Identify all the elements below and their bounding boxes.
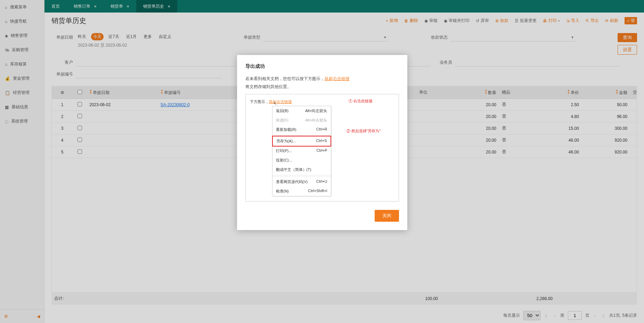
context-menu-item: 翻成中文（简体）(T) xyxy=(272,165,331,174)
context-menu-item: 投射(C)... xyxy=(272,156,331,165)
cursor-icon: ↖ xyxy=(274,101,277,106)
context-menu-item: 查看网页源代码(V)Ctrl+U xyxy=(272,177,331,187)
callout-2: ② 然后选择"另存为" xyxy=(347,128,381,134)
hint-link-text: 鼠标右击链接 xyxy=(269,100,292,104)
modal-text-2: 将文档存储到其他位置。 xyxy=(245,84,399,90)
export-success-modal: 导出成功 若未看到相关文档，您也可以按下方图示，鼠标右击链接 将文档存储到其他位… xyxy=(237,55,407,230)
instruction-diagram: 下方图示，鼠标右击链接 ↖ ① 右击此链接 ② 然后选择"另存为" 返回(B)A… xyxy=(245,94,399,202)
context-menu-item: 前进(F)Alt+向右箭头 xyxy=(272,116,331,125)
download-link[interactable]: 鼠标右击链接 xyxy=(325,76,350,81)
modal-overlay[interactable]: 导出成功 若未看到相关文档，您也可以按下方图示，鼠标右击链接 将文档存储到其他位… xyxy=(0,0,644,323)
context-menu-item: 打印(P)...Ctrl+P xyxy=(272,146,331,156)
context-menu-item: 返回(B)Alt+向左箭头 xyxy=(272,106,331,116)
modal-text-1: 若未看到相关文档，您也可以按下方图示， xyxy=(245,76,325,81)
modal-title: 导出成功 xyxy=(245,63,399,70)
close-modal-button[interactable]: 关闭 xyxy=(375,210,399,222)
context-menu-item: 检查(N)Ctrl+Shift+I xyxy=(272,187,331,196)
hint-pre-text: 下方图示， xyxy=(250,100,269,104)
context-menu-item: 另存为(A)...Ctrl+S xyxy=(272,136,331,147)
context-menu-item: 重新加载(R)Ctrl+R xyxy=(272,125,331,134)
callout-1: ① 右击此链接 xyxy=(349,99,373,104)
context-menu-diagram: 返回(B)Alt+向左箭头前进(F)Alt+向右箭头重新加载(R)Ctrl+R另… xyxy=(272,106,331,196)
